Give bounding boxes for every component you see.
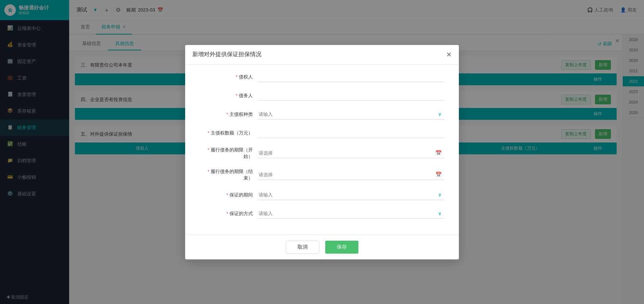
form-row-claim-amount: * 主债权数额（万元） (200, 128, 444, 138)
dialog-body: * 债权人 * 债务人 * 主债权种类 (185, 65, 459, 235)
date-wrap-period-start: 📅 (257, 148, 444, 158)
input-debtor[interactable] (257, 91, 444, 101)
dialog: 新增对外提供保证担保情况 ✕ * 债权人 * 债务人 (185, 45, 459, 259)
form-row-guarantee-period: * 保证的期间 ∨ (200, 190, 444, 200)
save-button[interactable]: 保存 (325, 241, 358, 254)
form-row-period-end: * 履行债务的期限（结束） 📅 (200, 168, 444, 181)
chevron-down-icon-claim-type[interactable]: ∨ (435, 111, 444, 117)
form-row-claim-type: * 主债权种类 ∨ (200, 109, 444, 119)
label-period-end: * 履行债务的期限（结束） (200, 168, 257, 181)
form-row-creditor: * 债权人 (200, 72, 444, 82)
select-guarantee-method-wrap: ∨ (257, 209, 444, 219)
form-row-guarantee-method: * 保证的方式 ∨ (200, 209, 444, 219)
input-creditor[interactable] (257, 72, 444, 82)
input-claim-type[interactable] (257, 109, 435, 119)
input-period-end[interactable] (257, 170, 433, 180)
form-row-debtor: * 债务人 (200, 91, 444, 101)
date-wrap-period-end: 📅 (257, 170, 444, 180)
label-guarantee-period: * 保证的期间 (200, 192, 257, 198)
calendar-start-icon[interactable]: 📅 (433, 150, 444, 156)
cancel-button[interactable]: 取消 (286, 241, 319, 254)
label-period-start: * 履行债务的期限（开始） (200, 147, 257, 160)
dialog-header: 新增对外提供保证担保情况 ✕ (185, 45, 459, 65)
input-guarantee-period[interactable] (257, 190, 435, 200)
dialog-footer: 取消 保存 (185, 235, 459, 259)
input-claim-amount[interactable] (257, 128, 444, 138)
form-row-period-start: * 履行债务的期限（开始） 📅 (200, 147, 444, 160)
select-claim-type-wrap: ∨ (257, 109, 444, 119)
label-guarantee-method: * 保证的方式 (200, 210, 257, 217)
chevron-down-icon-guarantee-period[interactable]: ∨ (435, 192, 444, 198)
label-claim-type: * 主债权种类 (200, 111, 257, 118)
dialog-overlay: 新增对外提供保证担保情况 ✕ * 债权人 * 债务人 (0, 0, 644, 304)
select-guarantee-period-wrap: ∨ (257, 190, 444, 200)
chevron-down-icon-guarantee-method[interactable]: ∨ (435, 210, 444, 216)
label-debtor: * 债务人 (200, 92, 257, 99)
input-period-start[interactable] (257, 148, 433, 158)
label-claim-amount: * 主债权数额（万元） (200, 130, 257, 136)
input-guarantee-method[interactable] (257, 209, 435, 218)
label-creditor: * 债权人 (200, 74, 257, 80)
dialog-close-btn[interactable]: ✕ (446, 51, 452, 59)
calendar-end-icon[interactable]: 📅 (433, 172, 444, 177)
dialog-title: 新增对外提供保证担保情况 (192, 51, 261, 58)
